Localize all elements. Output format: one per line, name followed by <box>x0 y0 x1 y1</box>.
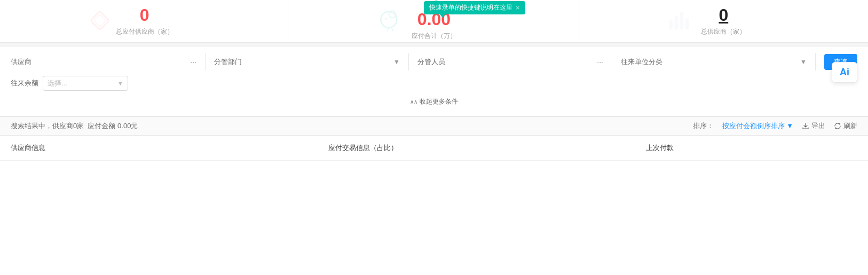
balance-placeholder: 选择... <box>48 78 67 88</box>
filter-balance: 往来余额 选择... ▼ <box>11 75 128 92</box>
filter-supplier: 供应商 ··· <box>11 53 206 70</box>
collapse-bar: ∧∧ 收起更多条件 <box>11 96 857 107</box>
export-label: 导出 <box>811 121 825 131</box>
department-label: 分管部门 <box>214 57 242 67</box>
stat-label-payable-total: 应付合计（万） <box>412 32 456 41</box>
result-amount: 0.00 <box>117 122 131 130</box>
stat-label-payable-suppliers: 总应付供应商（家） <box>116 27 173 36</box>
svg-line-5 <box>391 27 393 31</box>
department-input[interactable] <box>246 58 391 66</box>
refresh-icon <box>834 122 841 130</box>
supplier-dots[interactable]: ··· <box>190 58 196 66</box>
manager-label: 分管人员 <box>417 57 445 67</box>
svg-rect-0 <box>91 11 109 29</box>
svg-rect-8 <box>675 16 678 29</box>
export-icon <box>802 122 809 130</box>
result-actions: 排序： 按应付会额倒序排序 ▼ 导出 刷新 <box>693 121 858 131</box>
col-header-transaction-info: 应付交易信息（占比） <box>328 143 646 153</box>
filter-manager: 分管人员 ··· <box>409 53 612 70</box>
chart-icon <box>666 7 692 35</box>
top-stats-bar: 0 总应付供应商（家） 快速录单的快捷键说明在这里 × 0.00 应付合计（万） <box>0 0 868 43</box>
ai-label: Ai <box>840 67 849 77</box>
collapse-label: 收起更多条件 <box>420 97 458 106</box>
tooltip-text: 快速录单的快捷键说明在这里 <box>429 3 512 12</box>
diamond-icon <box>86 7 113 35</box>
col-header-last-payment: 上次付款 <box>646 143 858 153</box>
tooltip-close-button[interactable]: × <box>516 4 520 12</box>
unit-category-input[interactable] <box>667 58 798 66</box>
svg-rect-7 <box>669 20 673 29</box>
balance-select[interactable]: 选择... ▼ <box>43 76 128 91</box>
unit-category-label: 往来单位分类 <box>621 57 662 67</box>
result-prefix: 搜索结果中，供应商 <box>11 122 73 130</box>
export-button[interactable]: 导出 <box>802 121 825 131</box>
stat-label-total-suppliers: 总供应商（家） <box>701 27 746 36</box>
supplier-label: 供应商 <box>11 57 31 67</box>
supplier-input[interactable] <box>36 58 188 66</box>
department-arrow[interactable]: ▼ <box>393 58 400 66</box>
filter-row-2: 往来余额 选择... ▼ <box>11 75 857 92</box>
svg-rect-10 <box>685 18 689 29</box>
stat-total-payable-suppliers: 0 总应付供应商（家） <box>0 0 289 42</box>
piggy-icon <box>376 7 403 35</box>
stat-total-suppliers: 0 总供应商（家） <box>579 0 868 42</box>
manager-input[interactable] <box>449 58 595 66</box>
stat-payable-total: 快速录单的快捷键说明在这里 × 0.00 应付合计（万） <box>289 0 579 42</box>
filter-row-1: 供应商 ··· 分管部门 ▼ 分管人员 ··· 往来单位分类 ▼ 查询 <box>11 53 857 70</box>
result-amount-unit: 元 <box>131 122 138 130</box>
balance-arrow: ▼ <box>117 80 123 87</box>
balance-label: 往来余额 <box>11 78 38 88</box>
result-amount-label: 应付金额 <box>88 122 115 130</box>
stat-number-payable-suppliers: 0 <box>140 6 149 25</box>
refresh-label: 刷新 <box>843 121 857 131</box>
table-header: 供应商信息 应付交易信息（占比） 上次付款 <box>0 136 868 161</box>
sort-value-text: 按应付会额倒序排序 <box>722 122 785 130</box>
result-unit: 家 <box>77 122 84 130</box>
filter-unit-category: 往来单位分类 ▼ <box>612 53 816 70</box>
svg-rect-9 <box>680 11 684 29</box>
unit-category-arrow[interactable]: ▼ <box>800 58 807 66</box>
filter-department: 分管部门 ▼ <box>206 53 409 70</box>
result-bar: 搜索结果中，供应商0家 应付金额 0.00元 排序： 按应付会额倒序排序 ▼ 导… <box>0 116 868 136</box>
stat-number-total-suppliers: 0 <box>719 6 728 25</box>
refresh-button[interactable]: 刷新 <box>834 121 857 131</box>
result-info: 搜索结果中，供应商0家 应付金额 0.00元 <box>11 121 138 131</box>
filter-section: 供应商 ··· 分管部门 ▼ 分管人员 ··· 往来单位分类 ▼ 查询 往来余额 <box>0 47 868 116</box>
tooltip-bubble[interactable]: 快速录单的快捷键说明在这里 × <box>424 1 525 14</box>
col-header-supplier-info: 供应商信息 <box>11 143 328 153</box>
table-body <box>0 161 868 275</box>
sort-arrow-icon: ▼ <box>786 122 793 130</box>
svg-point-6 <box>385 18 386 19</box>
manager-dots[interactable]: ··· <box>597 58 603 66</box>
collapse-arrow-icon: ∧∧ <box>410 99 417 105</box>
sort-value[interactable]: 按应付会额倒序排序 ▼ <box>722 121 794 131</box>
sort-label: 排序： <box>693 121 714 131</box>
ai-badge[interactable]: Ai <box>832 62 857 83</box>
collapse-button[interactable]: ∧∧ 收起更多条件 <box>404 96 464 107</box>
